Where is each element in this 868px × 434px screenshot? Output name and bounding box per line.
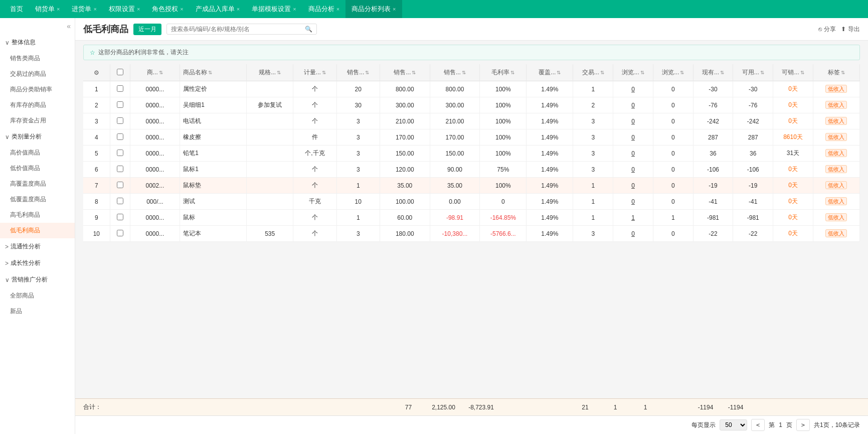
nav-close-icon[interactable]: × — [57, 6, 60, 12]
share-button[interactable]: ⎋ 分享 — [818, 25, 836, 34]
row-view1[interactable]: 0 — [613, 97, 653, 113]
nav-close-icon[interactable]: × — [180, 6, 183, 12]
trade-count-col-header[interactable]: 交易...⇅ — [573, 64, 613, 81]
nav-item-权限设置[interactable]: 权限设置× — [103, 0, 146, 18]
sidebar-group-成长性分析[interactable]: >成长性分析 — [0, 255, 75, 271]
sidebar-item-高覆盖度商品[interactable]: 高覆盖度商品 — [0, 176, 75, 192]
row-check[interactable] — [110, 178, 130, 194]
row-check[interactable] — [110, 226, 130, 242]
coverage-col-header[interactable]: 覆盖...⇅ — [527, 64, 573, 81]
nav-close-icon[interactable]: × — [293, 6, 296, 12]
nav-item-单据模板设置[interactable]: 单据模板设置× — [246, 0, 302, 18]
row-view1[interactable]: 0 — [613, 162, 653, 178]
row-check[interactable] — [110, 129, 130, 146]
row-name[interactable]: 鼠标1 — [180, 162, 247, 178]
row-checkbox[interactable] — [117, 166, 123, 172]
row-name[interactable]: 吴细细1 — [180, 97, 247, 113]
select-all-checkbox[interactable] — [117, 69, 123, 75]
sales-qty-col-header[interactable]: 销售...⇅ — [336, 64, 380, 81]
gross-rate-col-header[interactable]: 毛利率⇅ — [480, 64, 527, 81]
view2-col-header[interactable]: 浏览...⇅ — [653, 64, 693, 81]
row-name[interactable]: 橡皮擦 — [180, 129, 247, 146]
prev-page-button[interactable]: ＜ — [751, 419, 765, 431]
row-name[interactable]: 鼠标 — [180, 210, 247, 226]
row-view1[interactable]: 1 — [613, 210, 653, 226]
search-icon[interactable]: 🔍 — [305, 26, 312, 33]
row-checkbox[interactable] — [117, 182, 123, 188]
nav-close-icon[interactable]: × — [393, 6, 396, 12]
row-name[interactable]: 测试 — [180, 194, 247, 210]
sidebar-item-销售类商品[interactable]: 销售类商品 — [0, 51, 75, 66]
row-view1[interactable]: 0 — [613, 194, 653, 210]
row-check[interactable] — [110, 162, 130, 178]
export-button[interactable]: ⬆ 导出 — [841, 25, 860, 34]
sales-profit-col-header[interactable]: 销售...⇅ — [430, 64, 480, 81]
row-checkbox[interactable] — [117, 214, 123, 220]
sidebar-item-新品[interactable]: 新品 — [0, 304, 75, 319]
row-view1[interactable]: 0 — [613, 178, 653, 194]
nav-item-产成品入库单[interactable]: 产成品入库单× — [190, 0, 246, 18]
row-name[interactable]: 铅笔1 — [180, 146, 247, 162]
sidebar-item-高价值商品[interactable]: 高价值商品 — [0, 145, 75, 161]
sidebar-item-高毛利商品[interactable]: 高毛利商品 — [0, 207, 75, 223]
name-col-header[interactable]: 商品名称⇅ — [180, 64, 247, 81]
row-check[interactable] — [110, 146, 130, 162]
nav-item-商品分析[interactable]: 商品分析× — [302, 0, 345, 18]
row-name[interactable]: 笔记本 — [180, 226, 247, 242]
view1-col-header[interactable]: 浏览...⇅ — [613, 64, 653, 81]
row-check[interactable] — [110, 194, 130, 210]
row-checkbox[interactable] — [117, 85, 123, 92]
row-checkbox[interactable] — [117, 230, 123, 236]
row-name[interactable]: 属性定价 — [180, 81, 247, 97]
sidebar-item-全部商品[interactable]: 全部商品 — [0, 288, 75, 304]
row-checkbox[interactable] — [117, 133, 123, 140]
unit-col-header[interactable]: 计量...⇅ — [293, 64, 336, 81]
sales-price-col-header[interactable]: 销售...⇅ — [380, 64, 430, 81]
tag-col-header[interactable]: 标签⇅ — [813, 64, 859, 81]
nav-close-icon[interactable]: × — [336, 6, 339, 12]
sidebar-group-流通性分析[interactable]: >流通性分析 — [0, 238, 75, 255]
row-check[interactable] — [110, 210, 130, 226]
sidebar-collapse-button[interactable]: « — [0, 18, 75, 34]
sidebar-item-商品分类助销率[interactable]: 商品分类助销率 — [0, 82, 75, 97]
row-view1[interactable]: 0 — [613, 113, 653, 129]
code-col-header[interactable]: 商...⇅ — [130, 64, 180, 81]
sidebar-item-有库存的商品[interactable]: 有库存的商品 — [0, 97, 75, 113]
time-filter-button[interactable]: 近一月 — [133, 24, 161, 35]
spec-col-header[interactable]: 规格...⇅ — [247, 64, 293, 81]
nav-item-商品分析列表[interactable]: 商品分析列表× — [345, 0, 402, 18]
row-view1[interactable]: 0 — [613, 129, 653, 146]
check-col-header[interactable] — [110, 64, 130, 81]
current-stock-col-header[interactable]: 现有...⇅ — [693, 64, 733, 81]
settings-col-header[interactable]: ⚙ — [83, 64, 110, 81]
row-checkbox[interactable] — [117, 198, 123, 204]
sidebar-item-低覆盖度商品[interactable]: 低覆盖度商品 — [0, 192, 75, 207]
row-checkbox[interactable] — [117, 117, 123, 124]
nav-item-角色授权[interactable]: 角色授权× — [146, 0, 189, 18]
nav-close-icon[interactable]: × — [93, 6, 96, 12]
sidebar-item-低价值商品[interactable]: 低价值商品 — [0, 161, 75, 176]
nav-item-进货单[interactable]: 进货单× — [66, 0, 102, 18]
row-view1[interactable]: 0 — [613, 146, 653, 162]
sellable-col-header[interactable]: 可销...⇅ — [773, 64, 813, 81]
row-view1[interactable]: 0 — [613, 226, 653, 242]
row-checkbox[interactable] — [117, 101, 123, 108]
search-input[interactable] — [171, 26, 305, 33]
sidebar-group-营销推广分析[interactable]: ∨营销推广分析 — [0, 271, 75, 288]
row-name[interactable]: 电话机 — [180, 113, 247, 129]
row-checkbox[interactable] — [117, 150, 123, 156]
row-check[interactable] — [110, 97, 130, 113]
sidebar-group-整体信息[interactable]: ∨整体信息 — [0, 34, 75, 51]
sidebar-item-交易过的商品[interactable]: 交易过的商品 — [0, 66, 75, 82]
next-page-button[interactable]: ＞ — [796, 419, 810, 431]
nav-item-首页[interactable]: 首页 — [4, 0, 29, 18]
sidebar-item-低毛利商品[interactable]: 低毛利商品 — [0, 223, 75, 238]
sidebar-item-库存资金占用[interactable]: 库存资金占用 — [0, 113, 75, 128]
available-col-header[interactable]: 可用...⇅ — [733, 64, 773, 81]
row-view1[interactable]: 0 — [613, 81, 653, 97]
row-name[interactable]: 鼠标垫 — [180, 178, 247, 194]
per-page-select[interactable]: 50 20 100 — [720, 419, 747, 430]
sidebar-group-类别量分析[interactable]: ∨类别量分析 — [0, 128, 75, 145]
nav-close-icon[interactable]: × — [137, 6, 140, 12]
row-check[interactable] — [110, 81, 130, 97]
